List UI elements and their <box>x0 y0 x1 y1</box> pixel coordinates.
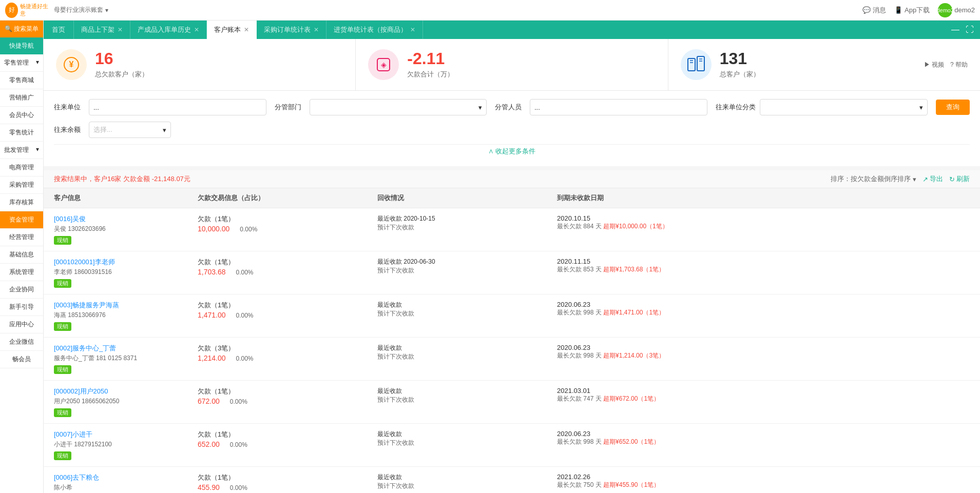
tab-purchase-product-stats[interactable]: 进货单统计表（按商品） ✕ <box>326 21 423 39</box>
customer-link[interactable]: [000002]用户2050 <box>54 387 198 396</box>
tab-close-icon[interactable]: ✕ <box>194 26 199 33</box>
debt-percent: 0.00% <box>240 226 257 233</box>
customer-phone: 吴俊 13026203696 <box>54 225 198 233</box>
overdue-cell: 2021.02.26 最长欠款 750 天 超期¥455.90（1笔） <box>557 473 970 489</box>
dept-select[interactable]: ▾ <box>310 99 487 115</box>
source-unit-input[interactable]: ... <box>89 99 266 115</box>
sidebar-item-ecommerce[interactable]: 电商管理 <box>0 159 43 176</box>
sidebar-item-retail-stats[interactable]: 零售统计 <box>0 124 43 142</box>
last-collection: 最近收款 <box>377 344 557 352</box>
collapse-button[interactable]: ∧ 收起更多条件 <box>54 144 970 158</box>
debt-amount: 1,214.00 <box>198 354 226 362</box>
last-collection: 最近收款 <box>377 473 557 482</box>
stat-label-total: 总客户（家） <box>720 70 760 79</box>
debt-count: 欠款（1笔） <box>198 430 377 439</box>
debt-amount: 455.90 <box>198 483 220 491</box>
customer-link[interactable]: [0003]畅捷服务尹海蒸 <box>54 301 198 310</box>
maximize-icon[interactable]: ⛶ <box>964 25 976 34</box>
stat-card-amount: ◈ -2.11 欠款合计（万） <box>356 39 668 90</box>
unit-type-select[interactable]: ▾ <box>760 99 928 115</box>
stat-label-debtors: 总欠款客户（家） <box>95 70 148 79</box>
source-unit-label: 往来单位 <box>54 103 85 112</box>
next-collection: 预计下次收款 <box>377 352 557 361</box>
overdue-amount[interactable]: 超期¥10,000.00（1笔） <box>603 223 668 230</box>
message-button[interactable]: 💬 消息 <box>862 6 886 15</box>
table-row: [000002]用户2050 用户2050 18665062050 现销 欠款（… <box>44 381 980 424</box>
balance-select[interactable]: 选择... ▾ <box>89 122 171 138</box>
sidebar-item-operations[interactable]: 经营管理 <box>0 229 43 246</box>
sidebar-item-retail-management[interactable]: 零售管理 ▾ <box>0 54 43 72</box>
due-date: 2020.06.23 <box>557 301 970 308</box>
sidebar-item-enterprise-collab[interactable]: 企业协同 <box>0 281 43 299</box>
header-debt: 欠款交易信息（占比） <box>198 193 377 203</box>
sidebar-item-inventory[interactable]: 库存核算 <box>0 194 43 211</box>
debt-amount: 672.00 <box>198 397 220 405</box>
sidebar-item-label: 零售管理 <box>4 58 29 67</box>
tab-close-icon[interactable]: ✕ <box>410 26 415 33</box>
customer-link[interactable]: [0002]服务中心_丁蕾 <box>54 344 198 353</box>
customer-phone: 李老师 18600391516 <box>54 268 198 277</box>
overdue-amount[interactable]: 超期¥1,471.00（1笔） <box>603 309 665 316</box>
sidebar-item-newbie-guide[interactable]: 新手引导 <box>0 299 43 316</box>
filter-dept: 分管部门 ▾ <box>275 99 487 115</box>
sidebar-item-retail-mall[interactable]: 零售商城 <box>0 72 43 89</box>
sidebar-item-basic-info[interactable]: 基础信息 <box>0 246 43 264</box>
sidebar-item-member-center[interactable]: 会员中心 <box>0 107 43 124</box>
store-selector[interactable]: 母婴行业演示账套 ▾ <box>54 6 110 14</box>
sort-select[interactable]: 排序：按欠款金额倒序排序 ▾ <box>831 174 916 184</box>
recovery-cell: 最近收款 预计下次收款 <box>377 430 557 447</box>
sidebar-item-enterprise-wechat[interactable]: 企业微信 <box>0 333 43 351</box>
person-input[interactable]: ... <box>530 99 707 115</box>
help-link[interactable]: ? 帮助 <box>950 61 968 69</box>
top-right: 💬 消息 📱 App下载 demo2 demo2 <box>862 3 975 17</box>
quick-nav-button[interactable]: 快捷导航 <box>0 37 43 54</box>
logo-text: 畅捷通好生意 <box>20 3 49 16</box>
minimize-icon[interactable]: — <box>949 25 962 34</box>
tab-customer-ledger[interactable]: 客户账本 ✕ <box>207 21 257 39</box>
refresh-button[interactable]: ↻ 刷新 <box>949 174 970 184</box>
table-row: [0002]服务中心_丁蕾 服务中心_丁蕾 181 0125 8371 现销 欠… <box>44 338 980 381</box>
sidebar-item-system[interactable]: 系统管理 <box>0 264 43 281</box>
customer-tag: 现销 <box>54 279 71 288</box>
recovery-cell: 最近收款 预计下次收款 <box>377 387 557 404</box>
customer-link[interactable]: [0016]吴俊 <box>54 214 198 224</box>
tab-close-icon[interactable]: ✕ <box>314 26 319 33</box>
tab-product-listing[interactable]: 商品上下架 ✕ <box>74 21 130 39</box>
header-customer: 客户信息 <box>54 193 198 203</box>
sidebar-item-member[interactable]: 畅会员 <box>0 351 43 368</box>
sidebar-item-marketing[interactable]: 营销推广 <box>0 89 43 107</box>
app-download-button[interactable]: 📱 App下载 <box>894 6 930 15</box>
search-menu-button[interactable]: 🔍 搜索菜单 <box>0 21 43 37</box>
refresh-label: 刷新 <box>956 174 970 184</box>
overdue-amount[interactable]: 超期¥672.00（1笔） <box>603 395 660 402</box>
overdue-amount[interactable]: 超期¥652.00（1笔） <box>603 438 660 445</box>
customer-link[interactable]: [0001020001]李老师 <box>54 258 198 267</box>
overdue-amount[interactable]: 超期¥1,703.68（1笔） <box>603 266 665 273</box>
debt-cell: 欠款（1笔） 1,703.68 0.00% <box>198 258 377 276</box>
customer-link[interactable]: [0007]小进干 <box>54 430 198 439</box>
debt-cell: 欠款（1笔） 10,000.00 0.00% <box>198 214 377 233</box>
debt-count: 欠款（1笔） <box>198 473 377 482</box>
overdue-amount[interactable]: 超期¥1,214.00（3笔） <box>603 352 665 359</box>
due-date: 2020.06.23 <box>557 430 970 438</box>
tab-close-icon[interactable]: ✕ <box>118 26 123 33</box>
due-date: 2021.03.01 <box>557 387 970 395</box>
overdue-amount[interactable]: 超期¥455.90（1笔） <box>603 481 660 488</box>
user-avatar-button[interactable]: demo2 demo2 <box>938 3 975 17</box>
tab-purchase-stats[interactable]: 采购订单统计表 ✕ <box>257 21 326 39</box>
customer-cell: [0001020001]李老师 李老师 18600391516 现销 <box>54 258 198 288</box>
sidebar-item-wholesale-management[interactable]: 批发管理 ▾ <box>0 142 43 159</box>
search-button[interactable]: 查询 <box>936 100 970 115</box>
sidebar-item-purchase[interactable]: 采购管理 <box>0 176 43 194</box>
sidebar-item-finance[interactable]: 资金管理 <box>0 211 43 229</box>
filter-source-unit: 往来单位 ... <box>54 99 266 115</box>
video-link[interactable]: ▶ 视频 <box>924 61 944 69</box>
sidebar-item-app-center[interactable]: 应用中心 <box>0 316 43 333</box>
customer-link[interactable]: [0006]去下粮仓 <box>54 473 198 482</box>
tab-production-history[interactable]: 产成品入库单历史 ✕ <box>130 21 207 39</box>
table-row: [0007]小进干 小进干 18279152100 现销 欠款（1笔） 652.… <box>44 424 980 467</box>
debt-amount: 1,703.68 <box>198 268 226 276</box>
tab-home[interactable]: 首页 <box>44 21 74 39</box>
tab-close-icon[interactable]: ✕ <box>244 26 249 33</box>
export-button[interactable]: ↗ 导出 <box>923 174 943 184</box>
